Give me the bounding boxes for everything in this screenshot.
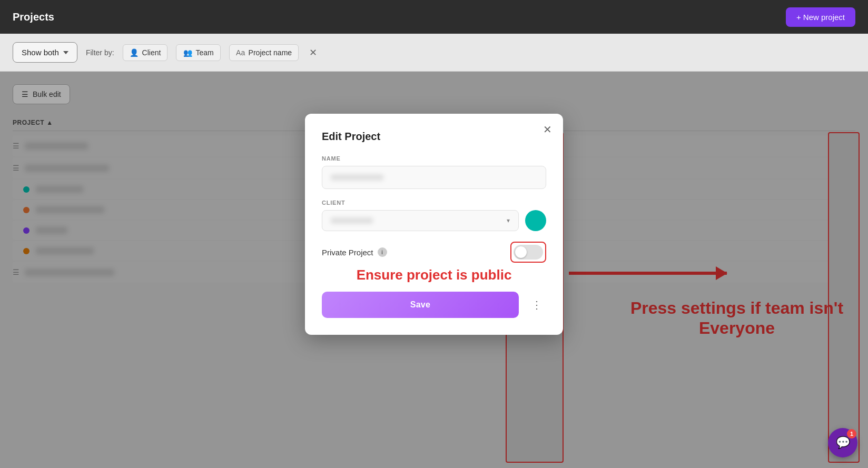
filter-chip-team[interactable]: 👥 Team	[176, 44, 220, 61]
team-chip-label: Team	[195, 48, 213, 57]
chevron-down-icon: ▾	[507, 217, 510, 224]
chat-widget[interactable]: 💬 1	[828, 428, 857, 457]
chat-badge: 1	[847, 429, 856, 439]
group-icon: 👥	[183, 48, 192, 57]
text-icon: Aa	[236, 48, 245, 57]
more-options-button[interactable]: ⋮	[527, 294, 546, 315]
modal-overlay: ✕ Edit Project NAME CLIENT ▾ Private Pro…	[0, 72, 868, 468]
name-input[interactable]	[322, 166, 546, 189]
client-chip-label: Client	[142, 48, 161, 57]
new-project-button[interactable]: + New project	[786, 7, 855, 27]
modal-annotation-text: Ensure project is public	[322, 267, 546, 283]
filter-by-label: Filter by:	[86, 48, 114, 57]
show-both-button[interactable]: Show both	[13, 42, 77, 63]
name-value-blurred	[331, 174, 383, 181]
client-row: ▾	[322, 210, 546, 231]
private-project-label: Private Project i	[322, 247, 387, 257]
modal-close-button[interactable]: ✕	[540, 122, 555, 137]
private-project-row: Private Project i	[322, 242, 546, 263]
page-title: Projects	[13, 11, 54, 23]
toggle-thumb	[515, 246, 527, 258]
main-content: ☰ Bulk edit PROJECT ▲ TEAM ☰ ☰	[0, 72, 868, 468]
client-select-value	[331, 217, 373, 224]
info-icon: i	[378, 247, 387, 257]
save-button[interactable]: Save	[322, 292, 519, 318]
person-icon: 👤	[130, 48, 139, 57]
show-both-dropdown-arrow	[63, 51, 68, 54]
save-row: Save ⋮	[322, 292, 546, 318]
filter-chip-project-name[interactable]: Aa Project name	[229, 44, 299, 61]
client-field-label: CLIENT	[322, 200, 546, 206]
edit-project-modal: ✕ Edit Project NAME CLIENT ▾ Private Pro…	[305, 114, 563, 335]
top-bar: Projects + New project	[0, 0, 868, 34]
private-project-toggle-container	[510, 242, 546, 263]
project-name-chip-label: Project name	[249, 48, 292, 57]
chat-icon: 💬	[836, 436, 850, 450]
filter-bar: Show both Filter by: 👤 Client 👥 Team Aa …	[0, 34, 868, 72]
client-avatar	[525, 210, 546, 231]
client-select[interactable]: ▾	[322, 210, 519, 231]
filter-chip-client[interactable]: 👤 Client	[123, 44, 168, 61]
show-both-label: Show both	[22, 48, 59, 57]
clear-filters-button[interactable]: ✕	[307, 45, 319, 61]
private-project-toggle[interactable]	[514, 245, 543, 260]
name-field-label: NAME	[322, 155, 546, 162]
modal-title: Edit Project	[322, 131, 546, 143]
